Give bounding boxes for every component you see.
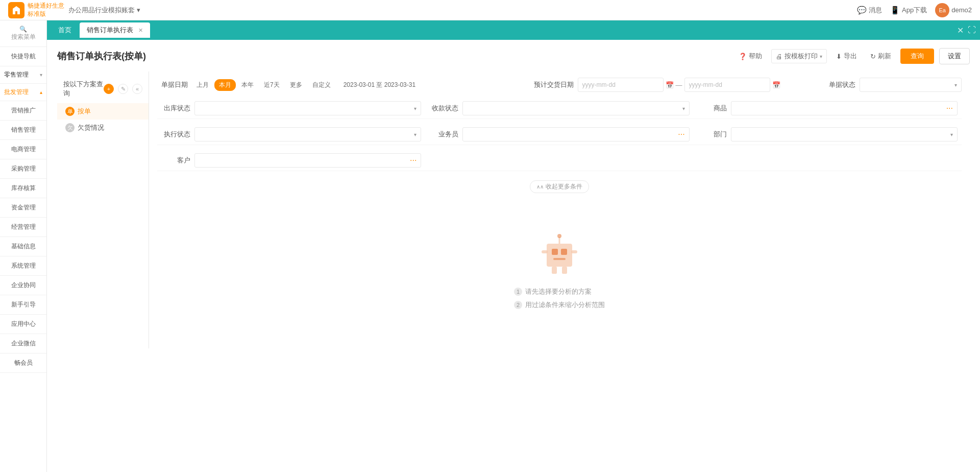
sidebar-item-corp-wechat[interactable]: 企业微信 — [0, 334, 46, 353]
sidebar-item-quick-nav[interactable]: 快捷导航 — [0, 47, 46, 66]
app-download-icon: 📱 — [890, 6, 900, 15]
department-select[interactable]: ▾ — [731, 127, 958, 141]
svg-rect-6 — [552, 267, 557, 274]
sidebar-item-purchase[interactable]: 采购管理 — [0, 159, 46, 179]
company-selector[interactable]: 办公用品行业模拟账套 ▾ — [68, 6, 140, 15]
salesperson-group: 业务员 ··· — [425, 124, 693, 145]
svg-rect-1 — [552, 249, 558, 255]
sidebar: 🔍 搜索菜单 快捷导航 零售管理 ▾ 批发管理 ▴ 营销推广 销售管理 电商管理… — [0, 20, 47, 472]
salesperson-select[interactable]: ··· — [462, 127, 689, 141]
sidebar-item-wholesale[interactable]: 批发管理 ▴ — [0, 84, 46, 101]
collapse-panel-btn[interactable]: « — [132, 84, 142, 94]
topbar: 畅捷通好生意 标准版 办公用品行业模拟账套 ▾ 💬 消息 📱 App下载 Ea … — [0, 0, 980, 20]
collapse-filters-btn[interactable]: ∧∧ 收起更多条件 — [530, 180, 589, 193]
svg-point-9 — [557, 234, 561, 238]
delivery-status-select[interactable]: ▾ — [194, 101, 421, 115]
tab-close-icon[interactable]: ✕ — [138, 27, 143, 34]
date-calendar-end-icon[interactable]: 📅 — [772, 81, 780, 89]
sidebar-item-marketing[interactable]: 营销推广 — [0, 101, 46, 121]
add-scheme-btn[interactable]: + — [104, 84, 114, 94]
edit-scheme-btn[interactable]: ✎ — [118, 84, 128, 94]
delivery-date-start[interactable] — [578, 78, 664, 92]
period-this-month[interactable]: 本月 — [214, 79, 236, 91]
template-print-btn[interactable]: 🖨 按模板打印 ▾ — [771, 49, 827, 63]
sidebar-item-app-center[interactable]: 应用中心 — [0, 315, 46, 334]
payment-status-select[interactable]: ▾ — [462, 101, 689, 115]
empty-tip-1: 1 请先选择要分析的方案 — [514, 285, 605, 298]
sidebar-item-finance[interactable]: 资金管理 — [0, 198, 46, 218]
collapse-up-icon: ∧∧ — [536, 184, 544, 190]
sidebar-item-enterprise[interactable]: 企业协同 — [0, 276, 46, 295]
sidebar-item-operations[interactable]: 经营管理 — [0, 218, 46, 237]
period-last7days[interactable]: 近7天 — [259, 79, 284, 91]
product-select[interactable]: ··· — [731, 101, 958, 115]
query-btn[interactable]: 查询 — [900, 49, 934, 64]
content-area: 首页 销售订单执行表 ✕ ✕ ⛶ 销售订单执行表(按单) ❓ — [47, 20, 980, 472]
customer-group: 客户 ··· — [157, 150, 425, 171]
tab-maximize-icon[interactable]: ⛶ — [968, 26, 976, 35]
panel-item-by-debt[interactable]: 欠 欠货情况 — [57, 120, 149, 136]
date-range-text: 2023-03-01 至 2023-03-31 — [344, 81, 415, 89]
sidebar-item-sales[interactable]: 销售管理 — [0, 121, 46, 140]
delivery-date-end[interactable] — [684, 78, 770, 92]
user-profile[interactable]: Ea demo2 — [935, 3, 972, 17]
sidebar-item-vip[interactable]: 畅会员 — [0, 353, 46, 373]
page-content: 销售订单执行表(按单) ❓ 帮助 🖨 按模板打印 ▾ ⬇ — [47, 40, 980, 472]
company-dropdown-icon: ▾ — [137, 6, 140, 14]
execution-status-group: 执行状态 ▾ — [157, 124, 425, 145]
settings-btn[interactable]: 设置 — [939, 48, 970, 64]
help-btn[interactable]: ❓ 帮助 — [734, 50, 766, 63]
product-dots-icon[interactable]: ··· — [946, 104, 953, 113]
topbar-left: 畅捷通好生意 标准版 办公用品行业模拟账套 ▾ — [8, 2, 140, 18]
delivery-status-group: 出库状态 ▾ — [157, 98, 425, 119]
sidebar-search[interactable]: 🔍 搜索菜单 — [0, 20, 46, 47]
empty-group-3 — [694, 150, 962, 171]
period-last-month[interactable]: 上月 — [192, 79, 213, 91]
period-this-year[interactable]: 本年 — [237, 79, 258, 91]
execution-status-chevron-icon: ▾ — [414, 132, 416, 137]
export-btn[interactable]: ⬇ 导出 — [832, 50, 861, 63]
sidebar-item-ecommerce[interactable]: 电商管理 — [0, 140, 46, 159]
sidebar-item-inventory[interactable]: 库存核算 — [0, 179, 46, 198]
message-btn[interactable]: 💬 消息 — [857, 6, 882, 15]
sidebar-item-retail[interactable]: 零售管理 ▾ — [0, 66, 46, 84]
layout-with-panel: 按以下方案查询 + ✎ « 单 按单 欠 — [57, 72, 970, 348]
date-calendar-start-icon[interactable]: 📅 — [666, 81, 674, 89]
tab-bar-right: ✕ ⛶ — [957, 26, 976, 35]
tab-sales-exec[interactable]: 销售订单执行表 ✕ — [80, 22, 150, 38]
tab-close-window-icon[interactable]: ✕ — [957, 26, 964, 35]
tab-bar: 首页 销售订单执行表 ✕ ✕ ⛶ — [47, 20, 980, 40]
payment-status-group: 收款状态 ▾ — [425, 98, 693, 119]
customer-dots-icon[interactable]: ··· — [410, 156, 416, 165]
page-header: 销售订单执行表(按单) ❓ 帮助 🖨 按模板打印 ▾ ⬇ — [57, 48, 970, 64]
period-more[interactable]: 更多 — [285, 79, 307, 91]
print-chevron-icon: ▾ — [820, 54, 822, 59]
app-download-btn[interactable]: 📱 App下载 — [890, 6, 927, 15]
svg-rect-0 — [547, 244, 572, 267]
order-icon: 单 — [65, 107, 75, 116]
salesperson-dots-icon[interactable]: ··· — [678, 130, 684, 139]
empty-illustration — [534, 226, 585, 277]
sidebar-item-system[interactable]: 系统管理 — [0, 256, 46, 276]
expected-delivery-date: 📅 — 📅 — [578, 78, 710, 92]
empty-group-2 — [425, 150, 693, 171]
left-panel-header: 按以下方案查询 + ✎ « — [57, 77, 149, 103]
filter-row-3: 执行状态 ▾ 业务员 ··· — [157, 124, 962, 145]
execution-status-select[interactable]: ▾ — [194, 127, 421, 141]
refresh-btn[interactable]: ↻ 刷新 — [866, 50, 895, 63]
bill-status-chevron-icon: ▾ — [954, 82, 957, 88]
panel-item-by-order[interactable]: 单 按单 — [57, 103, 149, 120]
delivery-status-chevron-icon: ▾ — [414, 106, 416, 111]
page-inner: 销售订单执行表(按单) ❓ 帮助 🖨 按模板打印 ▾ ⬇ — [47, 40, 980, 472]
svg-rect-7 — [562, 267, 567, 274]
customer-select[interactable]: ··· — [194, 153, 421, 168]
tab-home[interactable]: 首页 — [51, 22, 79, 38]
period-custom[interactable]: 自定义 — [308, 79, 335, 91]
bill-status-select[interactable]: ▾ — [860, 78, 962, 92]
svg-rect-3 — [553, 258, 566, 260]
sidebar-item-basic[interactable]: 基础信息 — [0, 237, 46, 256]
wholesale-chevron-icon: ▴ — [40, 89, 42, 95]
refresh-icon: ↻ — [870, 53, 876, 60]
empty-tip-2: 2 用过滤条件来缩小分析范围 — [514, 298, 605, 312]
sidebar-item-newbie[interactable]: 新手引导 — [0, 295, 46, 315]
